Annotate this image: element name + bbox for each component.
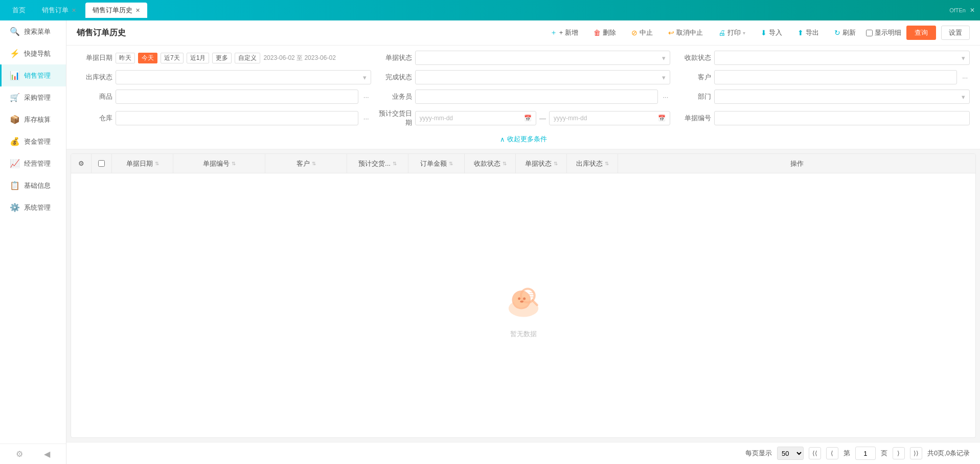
date-btn-more[interactable]: 更多 [212,53,232,63]
department-dropdown-icon: ▾ [962,93,965,101]
th-delivery[interactable]: 预计交货... ⇅ [347,154,408,173]
payment-status-select[interactable]: ▾ [714,51,970,65]
purchase-mgmt-icon: 🛒 [10,93,20,102]
th-date[interactable]: 单据日期 ⇅ [112,154,173,173]
bill-status-select[interactable]: ▾ [415,51,671,65]
salesperson-input[interactable] [415,90,658,104]
quick-nav-icon: ⚡ [10,49,20,58]
filter-bill-status-section: 单据状态 ▾ [376,51,671,65]
th-order-no[interactable]: 单据编号 ⇅ [173,154,265,173]
per-page-select[interactable]: 10 20 50 100 [777,447,804,460]
th-date-label: 单据日期 [126,159,153,168]
bill-no-label: 单据编号 [675,114,711,123]
sidebar-item-purchase-mgmt[interactable]: 🛒 采购管理 [0,86,66,108]
goods-input[interactable] [116,90,358,104]
sidebar-item-quick-nav[interactable]: ⚡ 快捷导航 [0,42,66,64]
sys-mgmt-icon: ⚙️ [10,203,20,212]
filter-customer-section: 客户 ··· [675,70,970,84]
th-amount[interactable]: 订单金额 ⇅ [408,154,465,173]
sidebar-item-operation[interactable]: 📈 经营管理 [0,152,66,174]
sidebar-item-sales-mgmt[interactable]: 📊 销售管理 [0,64,66,86]
new-button[interactable]: ＋ + 新增 [545,26,583,39]
filter-bill-no-section: 单据编号 [675,111,970,125]
tab-sales-order[interactable]: 销售订单 ✕ [35,3,83,18]
print-icon: 🖨 [718,29,725,37]
filter-area: 单据日期 昨天 今天 近7天 近1月 更多 自定义 2023-06-02 至 2… [66,46,980,149]
show-detail-label: 显示明细 [875,28,901,37]
th-payment-status-label: 收款状态 [474,159,500,168]
delivery-date-start[interactable]: yyyy-mm-dd 📅 [415,111,536,125]
stop-label: 中止 [640,28,653,37]
finance-icon: 💰 [10,137,20,146]
stop-button[interactable]: ⊘ 中止 [626,26,658,39]
export-button[interactable]: ⬆ 导出 [792,26,824,39]
filter-payment-status-section: 收款状态 ▾ [675,51,970,65]
th-payment-status[interactable]: 收款状态 ⇅ [465,154,516,173]
import-button[interactable]: ⬇ 导入 [756,26,787,39]
warehouse-input[interactable] [116,111,358,125]
customer-dots[interactable]: ··· [960,74,970,81]
tab-sales-order-history[interactable]: 销售订单历史 ✕ [85,3,147,18]
date-btn-7days[interactable]: 近7天 [161,53,184,63]
sidebar-item-search-menu[interactable]: 🔍 搜索菜单 [0,20,66,42]
tab-sales-order-label: 销售订单 [42,6,69,15]
date-btn-yesterday[interactable]: 昨天 [116,53,135,63]
stop-icon: ⊘ [631,29,637,37]
th-out-status[interactable]: 出库状态 ⇅ [567,154,618,173]
bill-no-input[interactable] [714,111,970,125]
complete-status-select[interactable]: ▾ [415,70,671,84]
sidebar-item-sys-mgmt-label: 系统管理 [24,203,51,212]
next-page-button[interactable]: ⟩ [893,447,905,459]
new-icon: ＋ [550,28,557,37]
page-suffix: 页 [881,449,887,458]
page-title: 销售订单历史 [77,28,126,38]
sidebar-item-purchase-mgmt-label: 采购管理 [24,93,51,102]
prev-page-button[interactable]: ⟨ [826,447,838,459]
th-bill-status[interactable]: 单据状态 ⇅ [516,154,567,173]
settings-button[interactable]: 设置 [941,26,970,40]
page-input[interactable] [855,447,876,460]
date-btn-1month[interactable]: 近1月 [187,53,210,63]
collapse-more[interactable]: ∧ 收起更多条件 [77,132,970,144]
refresh-button[interactable]: ↻ 刷新 [829,26,861,39]
last-page-button[interactable]: ⟩⟩ [910,447,922,459]
th-order-no-sort-icon: ⇅ [232,161,236,166]
sidebar-item-basic-info[interactable]: 📋 基础信息 [0,174,66,196]
show-detail-checkbox-label[interactable]: 显示明细 [866,28,901,37]
out-status-select[interactable]: ▾ [116,70,371,84]
delivery-date-label: 预计交货日期 [376,109,412,127]
sidebar-item-quick-nav-label: 快捷导航 [24,49,51,58]
sales-mgmt-icon: 📊 [10,71,20,80]
svg-point-6 [523,297,526,300]
print-button[interactable]: 🖨 打印 ▾ [713,26,750,39]
warehouse-dots[interactable]: ··· [361,115,371,122]
goods-dots[interactable]: ··· [361,93,371,101]
tab-sales-order-history-close[interactable]: ✕ [135,7,140,14]
th-customer-sort-icon: ⇅ [312,161,316,166]
sidebar-collapse-icon[interactable]: ◀ [44,449,50,459]
show-detail-checkbox[interactable] [866,30,873,36]
th-customer[interactable]: 客户 ⇅ [265,154,347,173]
select-all-checkbox[interactable] [98,160,105,167]
query-button[interactable]: 查询 [906,26,936,40]
salesperson-dots[interactable]: ··· [661,93,671,101]
first-page-button[interactable]: ⟨⟨ [809,447,821,459]
cancel-stop-button[interactable]: ↩ 取消中止 [663,26,708,39]
often-label: OfTEn [949,7,966,13]
sidebar-item-finance[interactable]: 💰 资金管理 [0,130,66,152]
sidebar-item-inventory[interactable]: 📦 库存核算 [0,108,66,130]
department-select[interactable]: ▾ [714,90,970,104]
page-header: 销售订单历史 ＋ + 新增 🗑 删除 ⊘ 中止 ↩ 取消中止 [66,20,980,46]
sidebar-item-sys-mgmt[interactable]: ⚙️ 系统管理 [0,196,66,218]
delete-button[interactable]: 🗑 删除 [588,26,621,39]
th-settings[interactable]: ⚙ [71,154,92,173]
tab-sales-order-close[interactable]: ✕ [72,7,76,14]
date-btn-custom[interactable]: 自定义 [235,53,260,63]
topbar-close-icon[interactable]: ✕ [970,7,975,14]
delivery-date-end[interactable]: yyyy-mm-dd 📅 [549,111,670,125]
date-btn-today[interactable]: 今天 [138,53,157,63]
tab-home[interactable]: 首页 [5,3,33,18]
customer-input[interactable] [714,70,957,84]
sidebar-settings-icon[interactable]: ⚙ [16,449,23,459]
th-check[interactable] [92,154,112,173]
